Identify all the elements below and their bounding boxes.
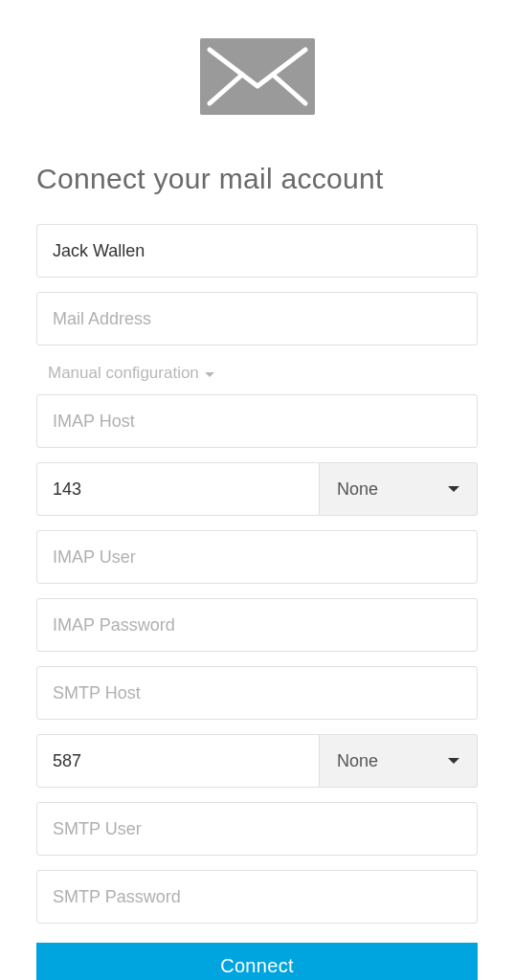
imap-host-input[interactable] bbox=[36, 394, 478, 448]
page-title: Connect your mail account bbox=[36, 163, 478, 195]
caret-down-icon bbox=[448, 486, 459, 492]
smtp-security-select[interactable]: None bbox=[320, 734, 478, 788]
caret-down-icon bbox=[448, 758, 459, 764]
imap-security-value: None bbox=[337, 479, 378, 500]
imap-port-input[interactable] bbox=[36, 462, 320, 516]
smtp-port-input[interactable] bbox=[36, 734, 320, 788]
smtp-host-input[interactable] bbox=[36, 666, 478, 720]
name-input[interactable] bbox=[36, 224, 478, 278]
manual-config-toggle[interactable]: Manual configuration bbox=[36, 360, 478, 394]
smtp-user-input[interactable] bbox=[36, 802, 478, 856]
svg-rect-0 bbox=[200, 38, 315, 115]
mail-setup-form: Connect your mail account Manual configu… bbox=[0, 0, 514, 980]
caret-down-icon bbox=[205, 372, 214, 377]
connect-button[interactable]: Connect bbox=[36, 943, 478, 980]
imap-security-select[interactable]: None bbox=[320, 462, 478, 516]
imap-password-input[interactable] bbox=[36, 598, 478, 652]
icon-wrapper bbox=[36, 38, 478, 115]
smtp-security-value: None bbox=[337, 751, 378, 771]
smtp-password-input[interactable] bbox=[36, 870, 478, 924]
imap-user-input[interactable] bbox=[36, 530, 478, 584]
mail-address-input[interactable] bbox=[36, 292, 478, 345]
mail-icon bbox=[200, 38, 315, 115]
manual-config-label: Manual configuration bbox=[48, 364, 199, 383]
